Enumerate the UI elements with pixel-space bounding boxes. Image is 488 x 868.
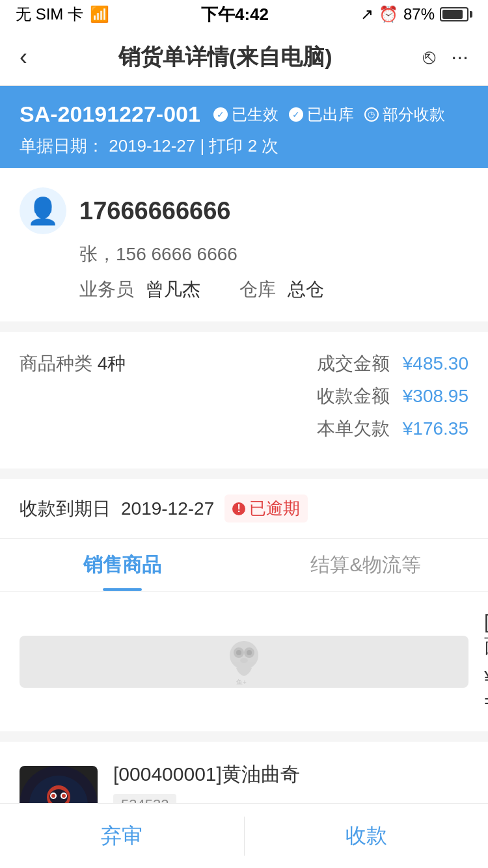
- overdue-row: 收款到期日 2019-12-27 ! 已逾期: [20, 495, 468, 522]
- status-right: ↗ ⏰ 87%: [360, 5, 472, 23]
- svg-point-5: [240, 658, 248, 663]
- svg-point-14: [62, 794, 66, 798]
- product-info-bread: [0000002]面包 ¥40 x 5 袋 = ¥199.99: [484, 611, 488, 712]
- order-id-row: SA-20191227-001 ✓ 已生效 ✓ 已出库 ◷ 部分收款: [20, 102, 468, 127]
- overdue-badge: ! 已逾期: [224, 495, 308, 522]
- clock-icon: ◷: [364, 107, 379, 122]
- avatar: 👤: [20, 187, 66, 234]
- product-thumb-bread: 鱼+: [20, 636, 468, 688]
- status-bar: 无 SIM 卡 📶 下午4:42 ↗ ⏰ 87%: [0, 0, 488, 29]
- customer-row: 👤 17666666666: [20, 187, 468, 234]
- order-status-tags: ✓ 已生效 ✓ 已出库 ◷ 部分收款: [213, 104, 445, 125]
- svg-point-3: [236, 650, 241, 655]
- battery-percent: 87%: [403, 5, 435, 23]
- tabs-section: 销售商品 结算&物流等: [0, 539, 488, 591]
- status-tag-active: ✓ 已生效: [213, 104, 278, 125]
- product-name-cookie: [000400001]黄油曲奇: [113, 761, 468, 788]
- owing-amount-row: 本单欠款 ¥176.35: [317, 416, 468, 441]
- nav-bar: ‹ 销货单详情(来自电脑) ⎋ ···: [0, 29, 488, 86]
- received-amount-row: 收款金额 ¥308.95: [317, 384, 468, 409]
- overdue-section: 收款到期日 2019-12-27 ! 已逾期: [0, 479, 488, 539]
- owing-amount: ¥176.35: [403, 418, 468, 439]
- svg-point-4: [247, 650, 252, 655]
- check-icon-1: ✓: [213, 107, 228, 122]
- product-price-bread: ¥40 x 5 袋 = ¥199.99: [484, 665, 488, 712]
- confirm-button[interactable]: 收款: [245, 804, 489, 868]
- check-icon-2: ✓: [289, 107, 303, 122]
- summary-right: 成交金额 ¥485.30 收款金额 ¥308.95 本单欠款 ¥176.35: [317, 351, 468, 449]
- customer-meta: 业务员 曾凡杰 仓库 总仓: [79, 277, 468, 302]
- meta-salesperson: 业务员 曾凡杰: [79, 277, 200, 302]
- summary-section: 商品种类 4种 成交金额 ¥485.30 收款金额 ¥308.95 本单欠款 ¥…: [0, 332, 488, 468]
- category-row: 商品种类 4种: [20, 351, 126, 376]
- wifi-icon: 📶: [90, 5, 109, 23]
- order-id: SA-20191227-001: [20, 102, 200, 127]
- status-tag-partial: ◷ 部分收款: [364, 104, 445, 125]
- more-icon[interactable]: ···: [451, 45, 468, 69]
- bottom-bar: 弃审 收款: [0, 803, 488, 868]
- back-button[interactable]: ‹: [20, 44, 27, 71]
- product-image-owl: 鱼+: [218, 636, 270, 688]
- cancel-button[interactable]: 弃审: [0, 804, 244, 868]
- received-amount: ¥308.95: [403, 386, 468, 407]
- deal-amount-row: 成交金额 ¥485.30: [317, 351, 468, 376]
- overdue-date: 2019-12-27: [121, 498, 214, 519]
- status-tag-shipped: ✓ 已出库: [289, 104, 354, 125]
- meta-warehouse: 仓库 总仓: [239, 277, 324, 302]
- svg-point-0: [230, 641, 258, 670]
- tab-sales-products[interactable]: 销售商品: [0, 539, 244, 591]
- svg-point-13: [51, 794, 55, 798]
- customer-section: 👤 17666666666 张，156 6666 6666 业务员 曾凡杰 仓库…: [0, 168, 488, 321]
- battery-icon: [440, 7, 472, 21]
- customer-contact: 张，156 6666 6666: [79, 242, 468, 267]
- product-name-bread: [0000002]面包: [484, 611, 488, 660]
- order-date-row: 单据日期： 2019-12-27 | 打印 2 次: [20, 135, 468, 157]
- overdue-dot-icon: !: [232, 502, 245, 515]
- nav-actions: ⎋ ···: [423, 45, 468, 69]
- share-icon[interactable]: ⎋: [423, 45, 435, 69]
- deal-amount: ¥485.30: [403, 353, 468, 374]
- location-icon: ↗: [360, 5, 373, 23]
- summary-left: 商品种类 4种: [20, 351, 126, 381]
- status-time: 下午4:42: [201, 3, 269, 26]
- tab-settlement[interactable]: 结算&物流等: [244, 539, 488, 591]
- svg-text:鱼+: 鱼+: [236, 679, 247, 686]
- alarm-icon: ⏰: [379, 5, 398, 23]
- product-item-bread: 鱼+ [0000002]面包 ¥40 x 5 袋 = ¥199.99: [0, 591, 488, 731]
- user-icon: 👤: [27, 196, 59, 226]
- page-title: 销货单详情(来自电脑): [118, 42, 332, 72]
- status-left: 无 SIM 卡 📶: [16, 4, 109, 25]
- carrier-label: 无 SIM 卡: [16, 4, 83, 25]
- order-banner: SA-20191227-001 ✓ 已生效 ✓ 已出库 ◷ 部分收款 单据日期：…: [0, 86, 488, 168]
- customer-id: 17666666666: [79, 197, 230, 225]
